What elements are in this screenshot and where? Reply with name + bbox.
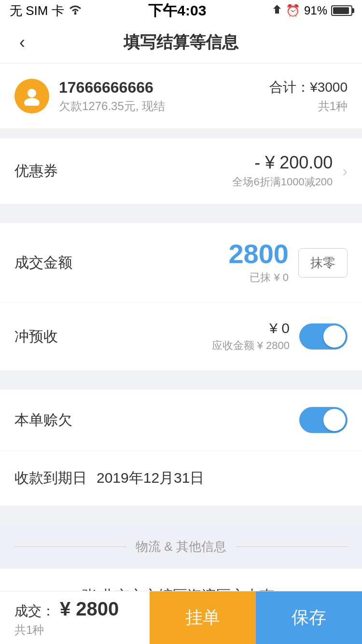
customer-debt: 欠款1276.35元, 现结 [59,98,165,114]
back-button[interactable]: ‹ [14,28,30,57]
customer-left: 17666666666 欠款1276.35元, 现结 [14,79,165,114]
coupon-right: - ¥ 200.00 全场6折满1000减200 › [232,153,348,189]
status-right: ⏰ 91% [272,4,352,17]
debt-row: 本单赊欠 [0,390,362,451]
deal-amount-value-area: 2800 已抹 ¥ 0 抹零 [228,240,348,285]
prepay-row: 冲预收 ¥ 0 应收金额 ¥ 2800 [0,303,362,370]
svg-point-2 [24,98,40,106]
deal-amount-sub: 已抹 ¥ 0 [228,270,289,285]
battery-percent: 91% [304,4,327,17]
avatar [14,79,49,113]
bottom-deal-row: 成交： ¥ 2800 [14,598,135,620]
logistics-section-header: 物流 & 其他信息 [0,525,362,569]
section-divider-1 [0,213,362,223]
logistics-section-title: 物流 & 其他信息 [136,538,226,555]
svg-point-1 [28,89,36,98]
customer-right: 合计：¥3000 共1种 [269,78,348,114]
status-left: 无 SIM 卡 [10,2,83,19]
customer-phone: 17666666666 [59,79,165,97]
bottom-count: 共1种 [14,622,135,638]
due-date-label: 收款到期日 [14,468,87,488]
save-button[interactable]: 保存 [256,591,362,644]
prepay-value-block: ¥ 0 应收金额 ¥ 2800 [212,320,290,353]
coupon-info: - ¥ 200.00 全场6折满1000减200 [232,153,333,189]
deal-amount-value: 2800 [228,240,289,267]
section-divider-2 [0,380,362,390]
debt-toggle-knob [323,409,346,431]
coupon-desc: 全场6折满1000减200 [232,175,333,189]
coupon-row[interactable]: 优惠券 - ¥ 200.00 全场6折满1000减200 › [0,138,362,204]
hold-button[interactable]: 挂单 [150,591,256,644]
bottom-deal-label: 成交： [14,602,55,620]
content: 17666666666 欠款1276.35元, 现结 合计：¥3000 共1种 … [0,64,362,644]
header-line-right [236,546,348,547]
order-count: 共1种 [269,98,348,114]
alarm-icon: ⏰ [286,4,300,17]
section-divider-3 [0,515,362,525]
due-date-row: 收款到期日 2019年12月31日 [0,451,362,505]
prepay-sub: 应收金额 ¥ 2800 [212,338,290,353]
status-bar: 无 SIM 卡 下午4:03 ⏰ 91% [0,0,362,21]
form-section-2: 本单赊欠 收款到期日 2019年12月31日 [0,390,362,505]
toggle-knob [323,325,346,348]
page-title: 填写结算等信息 [124,31,238,54]
svg-point-0 [74,12,76,14]
bottom-info: 成交： ¥ 2800 共1种 [0,598,150,638]
debt-toggle[interactable] [299,407,348,433]
coupon-label: 优惠券 [14,161,58,181]
prepay-amount: ¥ 0 [212,320,290,336]
debt-label: 本单赊欠 [14,410,72,430]
customer-card: 17666666666 欠款1276.35元, 现结 合计：¥3000 共1种 [0,64,362,128]
wifi-icon [68,3,83,18]
status-time: 下午4:03 [148,1,206,21]
location-icon [272,4,282,17]
customer-row: 17666666666 欠款1276.35元, 现结 合计：¥3000 共1种 [14,78,348,114]
customer-info: 17666666666 欠款1276.35元, 现结 [59,79,165,114]
bottom-bar: 成交： ¥ 2800 共1种 挂单 保存 [0,591,362,644]
nav-bar: ‹ 填写结算等信息 [0,21,362,64]
deal-amount-label: 成交金额 [14,253,72,273]
prepay-toggle[interactable] [299,323,348,350]
due-date-value: 2019年12月31日 [97,468,204,488]
prepay-value-area: ¥ 0 应收金额 ¥ 2800 [212,320,348,353]
debt-value-area [299,407,348,433]
header-line-left [14,546,126,547]
bottom-deal-amount: ¥ 2800 [60,598,119,620]
prepay-label: 冲预收 [14,327,58,347]
coupon-amount: - ¥ 200.00 [232,153,333,173]
sim-label: 无 SIM 卡 [10,2,64,19]
round-zero-button[interactable]: 抹零 [298,248,348,278]
deal-amount-block: 2800 已抹 ¥ 0 [228,240,289,285]
battery-icon [331,5,352,16]
form-section-1: 成交金额 2800 已抹 ¥ 0 抹零 冲预收 ¥ 0 应收金额 ¥ 2800 [0,223,362,370]
chevron-right-icon: › [342,162,348,180]
deal-amount-row: 成交金额 2800 已抹 ¥ 0 抹零 [0,223,362,303]
order-total: 合计：¥3000 [269,78,348,97]
